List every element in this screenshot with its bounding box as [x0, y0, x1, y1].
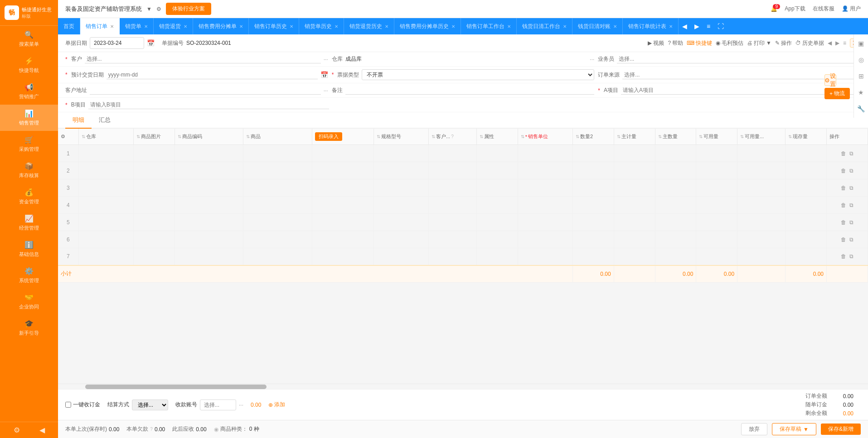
user-avatar[interactable]: 👤 用户 [842, 5, 861, 13]
delivery-input[interactable] [107, 71, 318, 79]
row-unit[interactable] [518, 162, 572, 179]
row-code[interactable] [175, 145, 243, 162]
add-button[interactable]: ⊕ 添加 [268, 401, 285, 409]
tab-cash-goods-reconcile[interactable]: 钱货日清对账 ✕ [572, 18, 623, 34]
tab-cash-goods-workbench[interactable]: 钱货日清工作台 ✕ [517, 18, 572, 34]
project-b-input[interactable] [88, 101, 330, 109]
tab-close-icon[interactable]: ✕ [239, 24, 243, 29]
nav-next-icon[interactable]: ▶ [835, 40, 839, 46]
row-main-qty[interactable] [655, 162, 696, 179]
settings-gear-icon[interactable]: ⚙ [14, 426, 20, 434]
tab-nav-right[interactable]: ▶ [691, 23, 703, 30]
row-attr[interactable] [476, 162, 518, 179]
delete-icon[interactable]: 🗑 [841, 185, 846, 191]
sidebar-item-basic-info[interactable]: ℹ️ 基础信息 [0, 236, 58, 262]
tab-close-icon[interactable]: ✕ [290, 24, 293, 29]
row-attr[interactable] [476, 145, 518, 162]
row-spec[interactable] [373, 145, 428, 162]
quick-settle-checkbox[interactable]: 一键收订金 [65, 401, 100, 409]
delete-icon[interactable]: 🗑 [841, 253, 846, 260]
sidebar-item-marketing[interactable]: 📢 营销推广 [0, 78, 58, 105]
calendar-icon[interactable]: 📅 [147, 39, 155, 47]
grid-view-icon[interactable]: ≡ [843, 40, 846, 46]
view-btn[interactable]: ▶ 视频 [648, 39, 664, 47]
row-customer-code[interactable] [428, 145, 476, 162]
salesperson-input[interactable] [617, 55, 853, 63]
tab-nav-menu[interactable]: ≡ [703, 23, 714, 30]
tab-fee-history[interactable]: 销售费用分摊单历史 ✕ [394, 18, 461, 34]
copy-icon[interactable]: ⧉ [849, 253, 853, 260]
row-warehouse[interactable] [78, 145, 133, 162]
address-input[interactable] [90, 86, 321, 95]
receipt-more-icon[interactable]: ··· [239, 402, 243, 408]
row-spec[interactable] [373, 162, 428, 179]
tab-detail[interactable]: 明细 [65, 112, 92, 129]
sidebar-item-quick-nav[interactable]: ⚡ 快捷导航 [0, 52, 58, 78]
tab-sales-order-history[interactable]: 销售订单历史 ✕ [249, 18, 299, 34]
profit-btn[interactable]: ◉ 毛利预估 [716, 39, 743, 47]
tab-return-history[interactable]: 销货退货历史 ✕ [344, 18, 394, 34]
delete-icon[interactable]: 🗑 [841, 168, 846, 174]
right-panel-btn-5[interactable]: 🔧 [856, 103, 867, 114]
tab-close-icon[interactable]: ✕ [385, 24, 388, 29]
sidebar-collapse-icon[interactable]: ◀ [39, 426, 45, 434]
row-warehouse[interactable] [78, 162, 133, 179]
save-draft-button[interactable]: 保存草稿 ▼ [772, 423, 816, 435]
tab-invoice-history[interactable]: 销货单历史 ✕ [299, 18, 344, 34]
delete-icon[interactable]: 🗑 [841, 219, 846, 226]
history-btn[interactable]: ⏱ 历史单据 [795, 39, 824, 47]
sidebar-item-guide[interactable]: 🎓 新手引导 [0, 315, 58, 341]
online-service-link[interactable]: 在线客服 [813, 5, 834, 13]
tab-close-icon[interactable]: ✕ [563, 24, 567, 29]
address-more-icon[interactable]: ··· [324, 87, 328, 94]
settings-header-icon[interactable]: ⚙ [156, 6, 161, 12]
right-panel-btn-4[interactable]: ★ [856, 87, 867, 98]
date-input[interactable] [90, 37, 144, 49]
remarks-input[interactable] [345, 86, 595, 95]
tab-sales-fee[interactable]: 销售费用分摊单 ✕ [193, 18, 249, 34]
delete-icon[interactable]: 🗑 [841, 236, 846, 243]
row-unit[interactable] [518, 145, 572, 162]
settings-button[interactable]: ⚙ 设置 [824, 74, 836, 86]
row-product[interactable] [243, 145, 312, 162]
row-main-qty[interactable] [655, 145, 696, 162]
tab-close-icon[interactable]: ✕ [507, 24, 511, 29]
warehouse-more-icon[interactable]: ··· [590, 56, 594, 63]
solution-button[interactable]: 体验行业方案 [166, 3, 211, 15]
payment-method-select[interactable]: 选择... [132, 399, 168, 410]
customer-input[interactable] [85, 55, 321, 63]
sidebar-item-finance[interactable]: 💰 资金管理 [0, 183, 58, 210]
copy-icon[interactable]: ⧉ [849, 236, 853, 243]
sidebar-item-purchase[interactable]: 🛒 采购管理 [0, 131, 58, 157]
copy-icon[interactable]: ⧉ [849, 202, 853, 208]
table-scroll-area[interactable]: ⚙ ⇅仓库 ⇅商品图片 ⇅商品编码 ⇅商品 [58, 129, 868, 384]
sidebar-item-operations[interactable]: 📈 经营管理 [0, 210, 58, 236]
help-btn[interactable]: ? 帮助 [668, 39, 683, 47]
tab-nav-left[interactable]: ◀ [679, 23, 691, 30]
row-code[interactable] [175, 162, 243, 179]
sidebar-item-enterprise[interactable]: 🤝 企业协同 [0, 289, 58, 315]
sidebar-item-sales[interactable]: 📊 销售管理 [0, 105, 58, 131]
column-settings-icon[interactable]: ⚙ [61, 134, 65, 139]
tab-close-icon[interactable]: ✕ [335, 24, 338, 29]
nav-prev-icon[interactable]: ◀ [828, 40, 832, 46]
scan-button[interactable]: 扫码录入 [315, 132, 342, 141]
quick-settle-input[interactable] [65, 402, 71, 408]
tab-close-icon[interactable]: ✕ [669, 24, 673, 29]
tab-close-icon[interactable]: ✕ [613, 24, 617, 29]
row-customer-code[interactable] [428, 162, 476, 179]
receipt-account-input[interactable] [200, 399, 236, 410]
row-qty2[interactable] [572, 145, 614, 162]
tab-sales-invoice[interactable]: 销货单 ✕ [120, 18, 154, 34]
delete-icon[interactable]: 🗑 [841, 150, 846, 157]
tab-sales-stats[interactable]: 销售订单统计表 ✕ [623, 18, 679, 34]
row-qty2[interactable] [572, 162, 614, 179]
save-new-button[interactable]: 保存&新增 [821, 424, 861, 435]
copy-icon[interactable]: ⧉ [849, 185, 853, 191]
row-warehouse[interactable] [78, 179, 133, 197]
right-panel-btn-2[interactable]: ◎ [856, 54, 867, 65]
customer-more-icon[interactable]: ··· [324, 56, 328, 63]
sidebar-item-system[interactable]: ⚙️ 系统管理 [0, 262, 58, 289]
system-dropdown[interactable]: ▼ [146, 6, 152, 12]
app-download-link[interactable]: App下载 [785, 5, 805, 13]
